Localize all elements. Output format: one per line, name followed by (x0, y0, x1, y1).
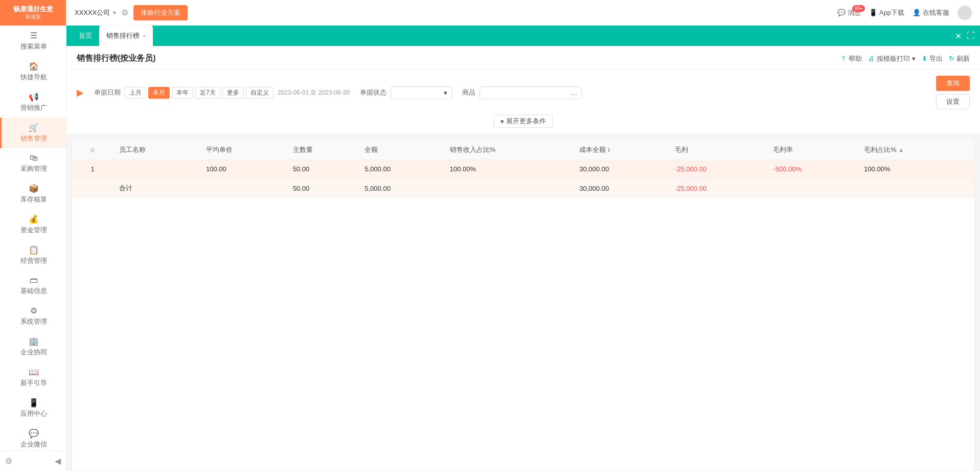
date-btn-current-year[interactable]: 本年 (172, 87, 193, 99)
tab-active-label: 销售排行榜 (106, 31, 140, 40)
col-amount: 全额 (358, 140, 444, 160)
help-button[interactable]: ？ 帮助 (840, 54, 862, 63)
export-button[interactable]: ⬇ 导出 (922, 54, 943, 63)
sidebar-item-app-center[interactable]: 📱 应用中心 (0, 393, 66, 423)
database-icon: 🗃 (30, 276, 38, 285)
message-icon: 💬 (837, 9, 846, 16)
building-icon: 🏢 (29, 337, 39, 346)
sidebar-item-label: 搜索菜单 (20, 42, 47, 51)
sidebar-item-sales[interactable]: 🛒 销售管理 (0, 118, 66, 148)
user-avatar[interactable] (958, 6, 972, 20)
sidebar-item-purchase[interactable]: 🛍 采购管理 (0, 148, 66, 178)
goods-input[interactable]: … (480, 86, 582, 99)
settings-button[interactable]: 设置 (936, 94, 970, 109)
gross-pct-info-icon: ▲ (898, 147, 904, 153)
date-btn-current-month[interactable]: 本月 (148, 87, 170, 99)
date-btn-more[interactable]: 更多 (222, 87, 244, 99)
print-button[interactable]: 🖨 按模板打印 ▾ (868, 54, 916, 63)
cell-rank: 1 (72, 160, 113, 178)
date-btn-custom[interactable]: 自定义 (246, 87, 274, 99)
tab-maximize-icon[interactable]: ⛶ (967, 31, 975, 41)
date-btn-7days[interactable]: 近7天 (195, 87, 220, 99)
footer-empty2 (200, 178, 287, 198)
sidebar-nav: ☰ 搜索菜单 🏠 快捷导航 📢 营销推广 🛒 销售管理 🛍 采购管理 📦 库存核… (0, 26, 66, 451)
col-avg-price: 平均单价 (200, 140, 287, 160)
topbar: XXXXX公司 ▾ ⚙ 体验行业方案 💬 消息 99+ 📱 App下载 👤 在线… (66, 0, 980, 26)
wechat-icon: 💬 (29, 429, 39, 438)
table-row: 1 100.00 50.00 5,000.00 100.00% 30,000.0… (72, 160, 974, 178)
tab-close-window-icon[interactable]: ✕ (955, 31, 962, 41)
topbar-online-service[interactable]: 👤 在线客服 (913, 8, 949, 17)
sidebar-item-basic-info[interactable]: 🗃 基础信息 (0, 271, 66, 301)
help-label: 帮助 (849, 54, 862, 63)
cell-cost: 30,000.00 (573, 160, 669, 178)
table-wrap: ☆ 员工名称 平均单价 主数量 全额 销售收入占比% 成本全额 ℹ 毛利 毛利率… (72, 140, 975, 471)
col-quantity: 主数量 (287, 140, 359, 160)
sidebar-item-quick-nav[interactable]: 🏠 快捷导航 (0, 56, 66, 87)
phone-icon: 📱 (29, 398, 39, 408)
topbar-message[interactable]: 💬 消息 99+ (837, 8, 861, 17)
sidebar-item-marketing[interactable]: 📢 营销推广 (0, 87, 66, 118)
filter-collapse-icon[interactable]: ▶ (77, 87, 84, 98)
export-label: 导出 (929, 54, 943, 63)
cell-name (113, 160, 200, 178)
tab-sales-ranking[interactable]: 销售排行榜 × (99, 26, 153, 46)
cell-quantity: 50.00 (287, 160, 359, 178)
sidebar-item-label: 新手引导 (20, 378, 47, 388)
date-label: 单据日期 (94, 88, 121, 97)
tab-home[interactable]: 首页 (72, 26, 99, 46)
tab-close-icon[interactable]: × (143, 33, 146, 39)
table-header-row: ☆ 员工名称 平均单价 主数量 全额 销售收入占比% 成本全额 ℹ 毛利 毛利率… (72, 140, 974, 160)
topbar-app-download[interactable]: 📱 App下载 (869, 8, 904, 17)
col-gross-rate: 毛利率 (767, 140, 858, 160)
col-gross-pct: 毛利占比% ▲ (858, 140, 974, 160)
sidebar-item-enterprise-wechat[interactable]: 💬 企业微信 (0, 423, 66, 451)
main-area: XXXXX公司 ▾ ⚙ 体验行业方案 💬 消息 99+ 📱 App下载 👤 在线… (66, 0, 980, 471)
sidebar-item-operation[interactable]: 📋 经营管理 (0, 240, 66, 271)
page-content: 销售排行榜(按业务员) ？ 帮助 🖨 按模板打印 ▾ ⬇ 导出 ↻ 刷新 (66, 46, 980, 471)
sidebar-item-inventory[interactable]: 📦 库存核算 (0, 178, 66, 209)
filter-area: ▶ 单据日期 上月 本月 本年 近7天 更多 自定义 2023-06-01 至 … (66, 70, 980, 134)
page-actions: ？ 帮助 🖨 按模板打印 ▾ ⬇ 导出 ↻ 刷新 (840, 54, 970, 63)
sidebar-item-finance[interactable]: 💰 资金管理 (0, 209, 66, 240)
footer-cost: 30,000.00 (573, 178, 669, 198)
print-chevron-icon: ▾ (912, 55, 916, 62)
date-btn-prev-month[interactable]: 上月 (125, 87, 146, 99)
sidebar-item-label: 库存核算 (20, 195, 47, 204)
refresh-button[interactable]: ↻ 刷新 (949, 54, 970, 63)
expand-more-button[interactable]: ▾ 展开更多条件 (494, 115, 553, 128)
export-icon: ⬇ (922, 55, 927, 62)
sidebar-item-label: 销售管理 (20, 134, 47, 143)
col-sales-pct: 销售收入占比% (444, 140, 573, 160)
col-cost: 成本全额 ℹ (573, 140, 669, 160)
status-select[interactable]: ▾ (391, 86, 452, 99)
page-header: 销售排行榜(按业务员) ？ 帮助 🖨 按模板打印 ▾ ⬇ 导出 ↻ 刷新 (66, 46, 980, 70)
sidebar-item-guide[interactable]: 📖 新手引导 (0, 362, 66, 393)
table-footer-row: 合计 50.00 5,000.00 30,000.00 -25,000.00 (72, 178, 974, 198)
search-order-icon: ☰ (30, 31, 37, 40)
sidebar-item-label: 营销推广 (20, 103, 47, 113)
col-rank: ☆ (72, 140, 113, 160)
sidebar-item-system[interactable]: ⚙ 系统管理 (0, 301, 66, 331)
box-icon: 📦 (29, 184, 39, 193)
logo-sub: 标准版 (26, 13, 41, 20)
query-button[interactable]: 查询 (936, 76, 970, 91)
megaphone-icon: 📢 (29, 92, 39, 102)
service-label: 在线客服 (923, 8, 949, 17)
sidebar-logo: 畅康通好生意 标准版 (0, 0, 66, 26)
print-label: 按模板打印 (877, 54, 910, 63)
collapse-icon[interactable]: ◀ (55, 456, 61, 466)
settings-bottom-icon[interactable]: ⚙ (5, 456, 12, 466)
trial-button[interactable]: 体验行业方案 (133, 5, 188, 20)
bag-icon: 🛍 (30, 153, 38, 163)
cart-icon: 🛒 (29, 123, 39, 132)
sidebar-item-search-order[interactable]: ☰ 搜索菜单 (0, 26, 66, 56)
date-buttons: 上月 本月 本年 近7天 更多 自定义 (125, 87, 274, 99)
message-badge: 99+ (852, 5, 865, 12)
status-label: 单据状态 (360, 88, 386, 97)
company-selector[interactable]: XXXXX公司 ▾ (75, 8, 116, 17)
topbar-gear-icon[interactable]: ⚙ (121, 8, 128, 17)
clipboard-icon: 📋 (29, 245, 39, 255)
sidebar-item-enterprise[interactable]: 🏢 企业协同 (0, 331, 66, 362)
gear-icon: ⚙ (30, 306, 37, 316)
